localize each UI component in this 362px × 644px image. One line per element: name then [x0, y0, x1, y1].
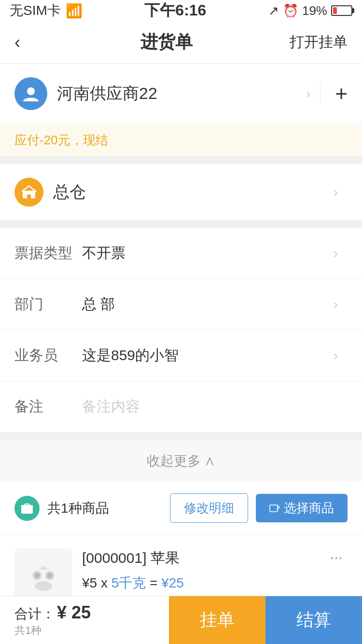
- invoice-type-row[interactable]: 票据类型 不开票 ›: [0, 228, 362, 279]
- product-price: ¥5 x 5千克 = ¥25: [82, 574, 325, 592]
- edit-detail-button[interactable]: 修改明细: [170, 493, 248, 523]
- invoice-value: 不开票: [82, 243, 334, 263]
- svg-rect-3: [21, 505, 33, 514]
- salesperson-label: 业务员: [14, 346, 82, 365]
- svg-rect-2: [27, 195, 31, 198]
- total-amount: ¥ 25: [57, 602, 91, 623]
- product-name: [0000001] 苹果: [82, 548, 325, 568]
- department-value: 总 部: [82, 294, 334, 314]
- svg-point-9: [35, 581, 52, 591]
- total-count: 共1种: [14, 623, 169, 638]
- invoice-label: 票据类型: [14, 243, 82, 263]
- total-section: 合计： ¥ 25 共1种: [0, 596, 169, 644]
- bottom-bar: 合计： ¥ 25 共1种 挂单 结算: [0, 596, 362, 644]
- back-button[interactable]: ‹: [14, 32, 43, 53]
- vertical-divider: [320, 84, 320, 103]
- supplier-section: 河南供应商22 › + 应付-20元，现结: [0, 64, 362, 156]
- supplier-row[interactable]: 河南供应商22 › +: [0, 64, 362, 124]
- svg-point-7: [34, 573, 40, 578]
- product-unit-price: ¥5: [82, 575, 97, 590]
- status-bar: 无SIM卡 📶 下午6:16 ↗ ⏰ 19%: [0, 0, 362, 21]
- notice-bar: 应付-20元，现结: [0, 124, 362, 156]
- department-label: 部门: [14, 294, 82, 314]
- battery-icon: [331, 5, 352, 16]
- form-section: 票据类型 不开票 › 部门 总 部 › 业务员 这是859的小智 › 备注 备注…: [0, 228, 362, 432]
- products-icon: [14, 496, 40, 521]
- select-product-label: 选择商品: [284, 500, 334, 517]
- alarm-icon: ⏰: [283, 3, 298, 18]
- department-chevron-icon: ›: [334, 297, 338, 312]
- total-label: 合计：: [14, 605, 55, 623]
- svg-rect-4: [270, 505, 278, 512]
- salesperson-value: 这是859的小智: [82, 346, 334, 365]
- product-info: [0000001] 苹果 ¥5 x 5千克 = ¥25: [82, 548, 325, 592]
- nav-bar: ‹ 进货单 打开挂单: [0, 21, 362, 64]
- salesperson-row[interactable]: 业务员 这是859的小智 ›: [0, 330, 362, 381]
- wifi-icon: 📶: [66, 3, 83, 19]
- warehouse-icon: [14, 178, 43, 207]
- supplier-name: 河南供应商22: [57, 83, 306, 105]
- salesperson-chevron-icon: ›: [334, 348, 338, 364]
- status-right: ↗ ⏰ 19%: [268, 3, 352, 18]
- product-qty: 5千克: [111, 575, 146, 590]
- status-left: 无SIM卡 📶: [10, 1, 83, 20]
- note-value[interactable]: 备注内容: [82, 397, 348, 417]
- checkout-button[interactable]: 结算: [265, 596, 362, 644]
- note-row[interactable]: 备注 备注内容: [0, 381, 362, 432]
- note-label: 备注: [14, 397, 82, 417]
- warehouse-name: 总仓: [53, 181, 334, 203]
- warehouse-section: 总仓 ›: [0, 164, 362, 220]
- product-id: [0000001]: [82, 550, 146, 566]
- carrier-label: 无SIM卡: [10, 1, 61, 20]
- collapse-button[interactable]: 收起更多 ∧: [0, 440, 362, 482]
- battery-percent: 19%: [302, 3, 327, 18]
- warehouse-row[interactable]: 总仓 ›: [0, 164, 362, 220]
- status-time: 下午6:16: [144, 0, 206, 21]
- open-suspend-button[interactable]: 打开挂单: [290, 32, 348, 52]
- supplier-avatar: [14, 77, 47, 110]
- product-multiply: x: [101, 575, 111, 590]
- warehouse-chevron-icon: ›: [334, 184, 338, 200]
- department-row[interactable]: 部门 总 部 ›: [0, 279, 362, 330]
- product-total: ¥25: [161, 575, 184, 590]
- supplier-chevron-icon: ›: [306, 86, 310, 101]
- product-equals: =: [150, 575, 161, 590]
- location-icon: ↗: [268, 3, 279, 18]
- product-apple: 苹果: [151, 550, 180, 566]
- suspend-button[interactable]: 挂单: [169, 596, 265, 644]
- invoice-chevron-icon: ›: [334, 246, 338, 261]
- products-header: 共1种商品 修改明细 选择商品: [0, 482, 362, 535]
- page-title: 进货单: [140, 30, 193, 54]
- products-count: 共1种商品: [47, 499, 170, 518]
- main-content: 河南供应商22 › + 应付-20元，现结 总仓 › 票据类型 不开票 ›: [0, 64, 362, 620]
- add-button[interactable]: +: [335, 83, 348, 104]
- product-menu-button[interactable]: ···: [325, 548, 348, 566]
- select-product-button[interactable]: 选择商品: [256, 494, 348, 522]
- svg-point-0: [27, 87, 35, 95]
- svg-point-8: [47, 573, 53, 578]
